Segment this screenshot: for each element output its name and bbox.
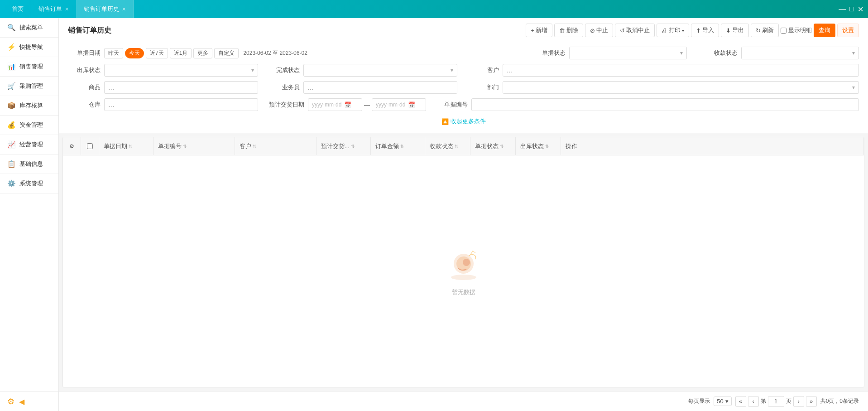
th-order-status[interactable]: 单据状态 ⇅ bbox=[470, 137, 516, 155]
delivery-from-placeholder: yyyy-mm-dd bbox=[312, 102, 341, 108]
print-button[interactable]: 🖨 打印 ▾ bbox=[657, 24, 689, 37]
stop-icon: ⊘ bbox=[590, 27, 595, 34]
close-button[interactable]: ✕ bbox=[858, 5, 863, 14]
th-order-status-label: 单据状态 bbox=[475, 142, 499, 150]
delivery-date-to[interactable]: yyyy-mm-dd 📅 bbox=[372, 98, 426, 111]
first-page-icon: « bbox=[739, 398, 742, 405]
sidebar-item-sales[interactable]: 📊 销售管理 bbox=[0, 57, 58, 77]
sidebar-item-quick-nav[interactable]: ⚡ 快捷导航 bbox=[0, 38, 58, 57]
th-customer[interactable]: 客户 ⇅ bbox=[235, 137, 317, 155]
purchase-icon: 🛒 bbox=[7, 82, 16, 90]
tab-sales-history-label: 销售订单历史 bbox=[84, 5, 119, 13]
cancel-stop-button[interactable]: ↺ 取消中止 bbox=[615, 24, 655, 37]
new-button[interactable]: + 新增 bbox=[526, 24, 552, 37]
delete-icon: 🗑 bbox=[559, 27, 565, 34]
query-button[interactable]: 查询 bbox=[814, 24, 835, 37]
sidebar-item-operations-label: 经营管理 bbox=[19, 140, 43, 149]
tab-sales-order-label: 销售订单 bbox=[38, 5, 62, 13]
goods-input[interactable]: ... bbox=[104, 81, 258, 94]
pay-status-select[interactable]: ▾ bbox=[741, 47, 859, 59]
sidebar-item-base-info[interactable]: 📋 基础信息 bbox=[0, 155, 58, 174]
th-actions-label: 操作 bbox=[566, 142, 577, 150]
sidebar-collapse-icon[interactable]: ◀ bbox=[19, 397, 24, 406]
display-columns-label[interactable]: 显示明细 bbox=[781, 26, 812, 34]
sidebar-item-system[interactable]: ⚙️ 系统管理 bbox=[0, 174, 58, 193]
settings-label: 设置 bbox=[842, 26, 854, 34]
order-no-input[interactable] bbox=[471, 98, 859, 111]
collapse-text: 收起更多条件 bbox=[451, 117, 486, 126]
sidebar: 🔍 搜索菜单 ⚡ 快捷导航 📊 销售管理 🛒 采购管理 📦 库存核算 💰 资金管… bbox=[0, 18, 59, 411]
tab-sales-order-close[interactable]: ✕ bbox=[65, 6, 69, 12]
table-header: ⚙ 单据日期 ⇅ 单据编号 ⇅ 客户 ⇅ 预计交货... bbox=[63, 137, 864, 155]
prev-page-button[interactable]: ‹ bbox=[748, 396, 759, 407]
dept-select[interactable]: ▾ bbox=[503, 81, 859, 94]
print-label: 打印 bbox=[669, 26, 681, 34]
collapse-row[interactable]: 🔼 收起更多条件 bbox=[68, 116, 859, 127]
tabs: 首页 销售订单 ✕ 销售订单历史 ✕ bbox=[5, 0, 839, 18]
last-page-button[interactable]: » bbox=[806, 396, 817, 407]
export-button[interactable]: ⬇ 导出 bbox=[721, 24, 749, 37]
sidebar-settings-icon[interactable]: ⚙ bbox=[7, 396, 14, 406]
first-page-button[interactable]: « bbox=[735, 396, 746, 407]
th-checkbox[interactable] bbox=[81, 137, 99, 155]
print-dropdown-icon: ▾ bbox=[682, 28, 684, 33]
th-date[interactable]: 单据日期 ⇅ bbox=[99, 137, 153, 155]
date-today[interactable]: 今天 bbox=[125, 48, 144, 58]
sort-orderno-icon: ⇅ bbox=[183, 144, 187, 149]
goods-dots: ... bbox=[108, 83, 114, 92]
sidebar-item-inventory[interactable]: 📦 库存核算 bbox=[0, 96, 58, 116]
minimize-button[interactable]: — bbox=[839, 5, 846, 13]
th-gear[interactable]: ⚙ bbox=[63, 137, 81, 155]
dept-chevron: ▾ bbox=[852, 84, 855, 91]
th-order-no[interactable]: 单据编号 ⇅ bbox=[153, 137, 235, 155]
date-7days[interactable]: 近7天 bbox=[146, 48, 168, 58]
th-pay-status[interactable]: 收款状态 ⇅ bbox=[425, 137, 470, 155]
sidebar-item-purchase[interactable]: 🛒 采购管理 bbox=[0, 77, 58, 96]
th-delivery[interactable]: 预计交货... ⇅ bbox=[317, 137, 371, 155]
th-amount[interactable]: 订单金额 ⇅ bbox=[371, 137, 425, 155]
import-button[interactable]: ⬆ 导入 bbox=[691, 24, 719, 37]
tab-sales-history-close[interactable]: ✕ bbox=[122, 6, 126, 12]
dept-label: 部门 bbox=[466, 83, 503, 92]
date-yesterday[interactable]: 昨天 bbox=[104, 48, 123, 58]
date-label: 单据日期 bbox=[68, 49, 104, 57]
tab-sales-order[interactable]: 销售订单 ✕ bbox=[31, 0, 77, 18]
empty-text: 暂无数据 bbox=[452, 288, 475, 296]
base-info-icon: 📋 bbox=[7, 160, 16, 168]
sidebar-item-quick-label: 快捷导航 bbox=[19, 43, 43, 51]
restore-button[interactable]: □ bbox=[849, 5, 854, 13]
page-size-select[interactable]: 50 ▾ bbox=[714, 396, 731, 406]
tab-sales-history[interactable]: 销售订单历史 ✕ bbox=[77, 0, 134, 18]
date-more[interactable]: 更多 bbox=[193, 48, 212, 58]
customer-input[interactable]: ... bbox=[503, 64, 859, 77]
filter-row-1: 单据日期 昨天 今天 近7天 近1月 更多 自定义 2023-06-02 至 2… bbox=[68, 47, 859, 59]
th-out-status[interactable]: 出库状态 ⇅ bbox=[516, 137, 561, 155]
order-status-select[interactable]: ▾ bbox=[569, 47, 687, 59]
page-label: 第 bbox=[761, 397, 766, 405]
order-status-label: 单据状态 bbox=[533, 49, 569, 57]
next-page-button[interactable]: › bbox=[793, 396, 804, 407]
stop-button[interactable]: ⊘ 中止 bbox=[585, 24, 613, 37]
sidebar-item-finance[interactable]: 💰 资金管理 bbox=[0, 116, 58, 135]
display-columns-checkbox[interactable] bbox=[781, 28, 786, 34]
salesperson-input[interactable]: ... bbox=[303, 81, 457, 94]
sidebar-item-operations[interactable]: 📈 经营管理 bbox=[0, 135, 58, 155]
order-no-label: 单据编号 bbox=[435, 101, 471, 109]
sidebar-item-base-label: 基础信息 bbox=[19, 160, 43, 168]
delete-button[interactable]: 🗑 删除 bbox=[554, 24, 583, 37]
sidebar-item-search-menu[interactable]: 🔍 搜索菜单 bbox=[0, 18, 58, 38]
page-number-input[interactable] bbox=[768, 396, 784, 407]
th-order-no-label: 单据编号 bbox=[158, 142, 182, 150]
settings-button[interactable]: 设置 bbox=[837, 24, 859, 37]
warehouse-input[interactable]: ... bbox=[104, 98, 258, 111]
date-1month[interactable]: 近1月 bbox=[170, 48, 192, 58]
salesperson-label: 业务员 bbox=[267, 83, 303, 92]
refresh-button[interactable]: ↻ 刷新 bbox=[751, 24, 779, 37]
date-custom[interactable]: 自定义 bbox=[214, 48, 239, 58]
complete-status-select[interactable]: ▾ bbox=[303, 64, 457, 77]
out-status-select[interactable]: ▾ bbox=[104, 64, 258, 77]
delivery-date-from[interactable]: yyyy-mm-dd 📅 bbox=[308, 98, 362, 111]
tab-home[interactable]: 首页 bbox=[5, 0, 31, 18]
select-all-checkbox[interactable] bbox=[87, 143, 93, 149]
th-actions: 操作 bbox=[561, 137, 864, 155]
